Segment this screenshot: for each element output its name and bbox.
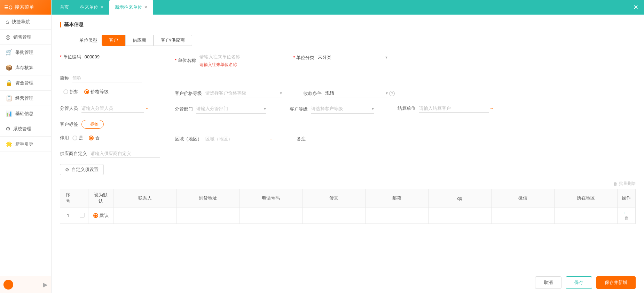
sidebar-item-system[interactable]: ⚙ 系统管理 [0, 121, 51, 137]
wechat-input[interactable] [495, 213, 551, 218]
radio-price-level-label: 价格等级 [91, 89, 109, 95]
radio-discount-label: 折扣 [70, 89, 79, 95]
add-tag-button[interactable]: + 标签 [81, 120, 104, 129]
field-disable: 停用 是 否 [60, 135, 164, 141]
col-wechat: 微信 [491, 189, 554, 207]
field-customer-price: 客户价格等级 请选择客户价格等级 ▾ [175, 89, 293, 98]
cell-email[interactable] [365, 207, 428, 224]
cell-address[interactable] [176, 207, 239, 224]
sidebar-item-quick-nav[interactable]: ⌂ 快捷导航 [0, 15, 51, 30]
phone-input[interactable] [243, 213, 299, 218]
fax-input[interactable] [306, 213, 362, 218]
tab-partners[interactable]: 往来单位 ✕ [74, 0, 109, 15]
radio-disable-no[interactable]: 否 [89, 135, 100, 141]
tab-new-partner[interactable]: 新增往来单位 ✕ [109, 0, 153, 15]
settlement-input[interactable] [419, 104, 489, 113]
type-btn-supplier[interactable]: 供应商 [125, 35, 154, 46]
tab-partners-label: 往来单位 [80, 4, 98, 10]
radio-discount[interactable]: 折扣 [63, 89, 79, 95]
tab-partners-close[interactable]: ✕ [100, 5, 104, 10]
contact-input[interactable] [117, 213, 173, 218]
add-row-btn[interactable]: + [623, 210, 626, 215]
radio-disable-yes[interactable]: 是 [72, 135, 83, 141]
batch-delete-btn[interactable]: 🗑 批量删除 [613, 181, 636, 187]
sidebar-guide-label: 新手引导 [15, 141, 33, 147]
remark-input[interactable] [309, 135, 448, 143]
tab-home[interactable]: 首页 [54, 0, 74, 15]
unit-code-input[interactable] [85, 53, 154, 61]
manager-input[interactable] [81, 104, 144, 113]
region-label: 区域（地区） [175, 136, 205, 142]
cell-checkbox[interactable] [76, 207, 88, 224]
custom-settings-label: 自定义项设置 [71, 166, 99, 173]
sidebar-item-inventory[interactable]: 📦 库存核算 [0, 60, 51, 75]
basic-icon: 📊 [6, 110, 13, 117]
section-bar-icon [60, 22, 61, 27]
collection-terms-help-icon[interactable]: ? [389, 91, 395, 96]
region-table-input[interactable] [558, 213, 614, 218]
sidebar-search[interactable]: ☰Q 搜索菜单 [0, 0, 51, 15]
region-more-btn[interactable]: ··· [269, 136, 272, 142]
cell-phone[interactable] [239, 207, 303, 224]
sidebar-item-sales[interactable]: ◎ 销售管理 [0, 30, 51, 45]
cell-qq[interactable] [428, 207, 491, 224]
sidebar-finance-label: 资金管理 [15, 80, 33, 86]
unit-name-group: 请输入往来单位名称 [199, 53, 283, 68]
customer-price-select[interactable]: 请选择客户价格等级 ▾ [205, 89, 282, 98]
delete-row-btn[interactable]: 🗑 [624, 215, 629, 221]
home-icon: ⌂ [6, 19, 9, 25]
unit-name-input[interactable] [199, 53, 283, 61]
type-btn-customer[interactable]: 客户 [102, 35, 125, 46]
tab-new-partner-label: 新增往来单位 [115, 4, 142, 10]
sidebar-search-label: 搜索菜单 [15, 4, 34, 10]
expand-icon[interactable]: ▶ [43, 281, 48, 288]
custom-settings-button[interactable]: ⚙ 自定义项设置 [60, 164, 104, 175]
save-button[interactable]: 保存 [566, 276, 592, 289]
type-btn-both[interactable]: 客户/供应商 [154, 35, 192, 46]
sidebar-purchase-label: 采购管理 [15, 49, 33, 56]
region-input[interactable] [205, 135, 268, 143]
customer-level-select[interactable]: 请选择客户等级 ▾ [311, 104, 374, 114]
department-select[interactable]: 请输入分管部门 ▾ [196, 104, 266, 114]
collection-terms-chevron: ▾ [386, 91, 388, 96]
cell-region[interactable] [554, 207, 617, 224]
sales-icon: ◎ [6, 34, 10, 40]
qq-input[interactable] [432, 213, 488, 218]
unit-category-chevron: ▾ [385, 55, 387, 60]
sidebar-item-operations[interactable]: 📋 经营管理 [0, 91, 51, 106]
unit-category-select[interactable]: 未分类 ▾ [318, 53, 387, 62]
abbr-input[interactable] [72, 74, 142, 82]
field-settlement: 结算单位 ··· [398, 104, 502, 113]
sidebar-item-guide[interactable]: 🌟 新手引导 [0, 137, 51, 152]
cell-fax[interactable] [302, 207, 365, 224]
tabs-close-all[interactable]: ✕ [630, 3, 641, 11]
settlement-more-btn[interactable]: ··· [490, 105, 493, 112]
cancel-button[interactable]: 取消 [535, 276, 561, 289]
tab-home-label: 首页 [60, 4, 69, 10]
cell-contact[interactable] [113, 207, 176, 224]
manager-more-btn[interactable]: ··· [146, 105, 148, 112]
department-label: 分管部门 [175, 106, 196, 112]
cell-index: 1 [60, 207, 76, 224]
row-checkbox[interactable] [80, 213, 85, 218]
cell-wechat[interactable] [491, 207, 554, 224]
field-region: 区域（地区） ··· [175, 135, 286, 143]
unit-category-label: 单位分类 [293, 55, 318, 61]
col-email: 邮箱 [365, 189, 428, 207]
unit-type-row: 单位类型 客户 供应商 客户/供应商 [60, 35, 636, 46]
unit-name-error: 请输入往来单位名称 [199, 62, 283, 68]
field-collection-terms: 收款条件 现结 ▾ ? [304, 89, 408, 98]
sidebar-item-basic[interactable]: 📊 基础信息 [0, 106, 51, 121]
sidebar-item-finance[interactable]: 🔒 资金管理 [0, 75, 51, 91]
finance-icon: 🔒 [6, 80, 13, 86]
address-input[interactable] [180, 213, 236, 218]
save-and-add-button[interactable]: 保存并新增 [596, 276, 636, 289]
radio-price-level[interactable]: 价格等级 [84, 89, 109, 95]
collection-terms-select[interactable]: 现结 ▾ [325, 89, 388, 98]
tab-new-partner-close[interactable]: ✕ [144, 5, 148, 10]
row-default-radio[interactable]: 默认 [92, 212, 110, 219]
sidebar-operations-label: 经营管理 [15, 95, 33, 101]
supplier-custom-input[interactable] [91, 149, 160, 158]
email-input[interactable] [369, 213, 425, 218]
sidebar-item-purchase[interactable]: 🛒 采购管理 [0, 45, 51, 60]
